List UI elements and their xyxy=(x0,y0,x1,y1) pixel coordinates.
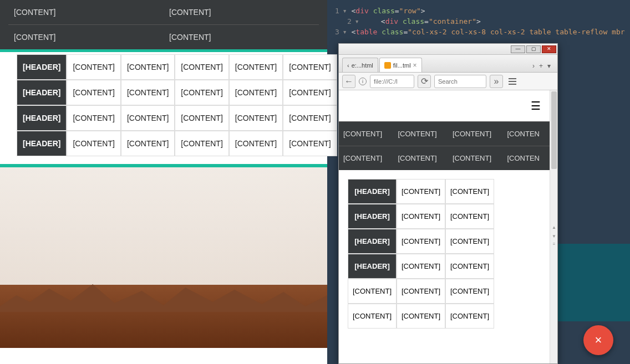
search-input[interactable] xyxy=(434,75,486,88)
dark-cell: [CONTENT] xyxy=(164,0,319,24)
back-button[interactable]: ← xyxy=(342,75,355,88)
line-number: 2 xyxy=(347,17,352,25)
browser-viewport: ☰ [CONTENT] [CONTENT] [CONTENT] [CONTEN … xyxy=(339,90,557,363)
close-icon: × xyxy=(595,333,602,347)
scrollbar-thumb[interactable] xyxy=(551,91,557,169)
table-row: [HEADER] [CONTENT] [CONTENT] [CONTENT] [… xyxy=(17,131,337,156)
dark-row: [CONTENT] [CONTENT] xyxy=(8,24,319,49)
table-cell: [CONTENT] xyxy=(121,80,175,105)
table-cell: [CONTENT] xyxy=(397,179,445,204)
table-cell: [CONTENT] xyxy=(67,105,120,131)
scroll-up-icon[interactable]: ▲ xyxy=(551,225,557,230)
table-cell: [CONTENT] xyxy=(229,54,283,80)
tab-menu-icon[interactable]: ▾ xyxy=(547,62,551,70)
table-cell: [CONTENT] xyxy=(283,54,337,80)
dark-cell: [CONTENT] xyxy=(339,146,394,170)
chevron-right-icon[interactable]: › xyxy=(532,62,535,70)
scroll-down-icon[interactable]: ▼ xyxy=(551,234,557,239)
dark-cell: [CONTENT] xyxy=(394,122,449,146)
new-tab-button[interactable]: + xyxy=(539,62,543,70)
close-button[interactable]: ✕ xyxy=(542,45,556,53)
table-cell: [CONTENT] xyxy=(175,80,228,105)
table-header: [HEADER] xyxy=(17,105,67,131)
hamburger-icon[interactable]: ☰ xyxy=(531,99,541,112)
table-cell: [CONTENT] xyxy=(229,80,283,105)
table-cell: [CONTENT] xyxy=(445,254,494,279)
browser-urlbar: ← i ⟳ » xyxy=(339,73,557,90)
table-cell: [CONTENT] xyxy=(348,279,397,304)
maximize-button[interactable]: ▢ xyxy=(526,45,541,53)
reflow-table: [HEADER] [CONTENT] [CONTENT] [CONTENT] [… xyxy=(17,54,337,156)
table-cell: [CONTENT] xyxy=(175,131,228,156)
table-cell: [CONTENT] xyxy=(67,131,120,156)
table-cell: [CONTENT] xyxy=(121,54,175,80)
browser-tabs: ‹ e:...html fil...tml × › + ▾ xyxy=(339,55,557,73)
table-cell: [CONTENT] xyxy=(397,229,445,254)
minimize-button[interactable]: — xyxy=(511,45,525,53)
address-input[interactable] xyxy=(370,75,414,88)
table-cell: [CONTENT] xyxy=(397,279,445,304)
table-cell: [CONTENT] xyxy=(229,131,283,156)
overflow-button[interactable]: » xyxy=(490,75,503,88)
tab-label: e:...html xyxy=(352,62,373,69)
table-header: [HEADER] xyxy=(348,204,397,229)
close-fab-button[interactable]: × xyxy=(583,325,613,355)
scrollbar[interactable]: ▲ ▼ ≡ xyxy=(550,90,557,363)
dark-cell: [CONTENT] xyxy=(8,25,164,49)
browser-tab-active[interactable]: fil...tml × xyxy=(379,58,422,72)
scroll-grip-icon[interactable]: ≡ xyxy=(551,242,557,247)
page-icon xyxy=(384,62,391,69)
browser-window: — ▢ ✕ ‹ e:...html fil...tml × › + ▾ ← i … xyxy=(338,43,558,364)
dark-row: [CONTENT] [CONTENT] [CONTENT] [CONTEN xyxy=(339,121,557,146)
table-cell: [CONTENT] xyxy=(175,54,228,80)
table-header: [HEADER] xyxy=(17,54,67,80)
table-cell: [CONTENT] xyxy=(283,80,337,105)
reload-button[interactable]: ⟳ xyxy=(418,75,431,88)
window-titlebar[interactable]: — ▢ ✕ xyxy=(339,44,557,55)
site-navbar: ☰ xyxy=(339,90,557,121)
table-header: [HEADER] xyxy=(348,254,397,279)
dark-pricing-header: [CONTENT] [CONTENT] [CONTENT] [CONTENT] xyxy=(0,0,327,49)
table-cell: [CONTENT] xyxy=(283,105,337,131)
table-cell: [CONTENT] xyxy=(445,304,494,329)
dark-cell: [CONTENT] xyxy=(448,122,503,146)
chevron-left-icon: ‹ xyxy=(347,62,349,69)
table-cell: [CONTENT] xyxy=(121,131,175,156)
table-header: [HEADER] xyxy=(348,229,397,254)
table-row: [CONTENT][CONTENT][CONTENT] xyxy=(348,304,494,329)
menu-icon[interactable] xyxy=(506,75,519,88)
reflow-table: [HEADER][CONTENT][CONTENT] [HEADER][CONT… xyxy=(348,179,494,329)
line-number: 1 xyxy=(335,7,339,15)
dark-cell: [CONTENT] xyxy=(164,25,319,49)
line-number: 3 xyxy=(335,28,339,36)
code-editor[interactable]: 1▾ <div class="row"> 2▾ <div class="cont… xyxy=(327,0,630,44)
table-row: [CONTENT][CONTENT][CONTENT] xyxy=(348,279,494,304)
table-cell: [CONTENT] xyxy=(397,204,445,229)
table-row: [HEADER][CONTENT][CONTENT] xyxy=(348,179,494,204)
dark-cell: [CONTENT] xyxy=(339,122,394,146)
site-info-icon[interactable]: i xyxy=(359,78,367,85)
dark-row: [CONTENT] [CONTENT] [CONTENT] [CONTEN xyxy=(339,146,557,170)
hero-image-section xyxy=(0,164,327,348)
table-row: [HEADER] [CONTENT] [CONTENT] [CONTENT] [… xyxy=(17,54,337,80)
table-row: [HEADER] [CONTENT] [CONTENT] [CONTENT] [… xyxy=(17,105,337,131)
editor-dark-stripe xyxy=(558,244,630,321)
table-cell: [CONTENT] xyxy=(67,80,120,105)
left-preview-pane: [CONTENT] [CONTENT] [CONTENT] [CONTENT] … xyxy=(0,0,327,364)
table-cell: [CONTENT] xyxy=(348,304,397,329)
table-row: [HEADER] [CONTENT] [CONTENT] [CONTENT] [… xyxy=(17,80,337,105)
table-cell: [CONTENT] xyxy=(67,54,120,80)
table-cell: [CONTENT] xyxy=(121,105,175,131)
table-cell: [CONTENT] xyxy=(283,131,337,156)
table-cell: [CONTENT] xyxy=(445,229,494,254)
table-cell: [CONTENT] xyxy=(397,304,445,329)
dark-cell: [CONTENT] xyxy=(448,146,503,170)
table-row: [HEADER][CONTENT][CONTENT] xyxy=(348,254,494,279)
browser-tab[interactable]: ‹ e:...html xyxy=(342,58,378,72)
table-header: [HEADER] xyxy=(17,80,67,105)
table-cell: [CONTENT] xyxy=(397,254,445,279)
close-tab-icon[interactable]: × xyxy=(413,61,417,69)
dark-section: [CONTENT] [CONTENT] [CONTENT] [CONTEN [C… xyxy=(339,121,557,170)
dark-cell: [CONTENT] xyxy=(8,0,164,24)
tab-label: fil...tml xyxy=(393,62,411,69)
